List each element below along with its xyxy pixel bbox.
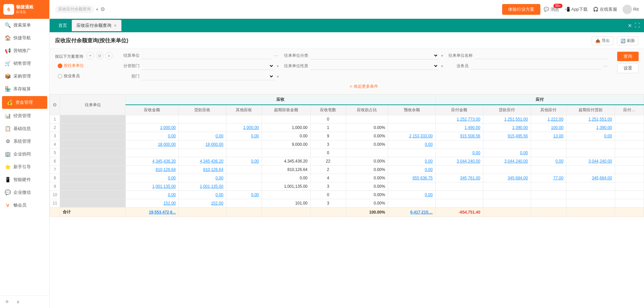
solution-btn[interactable]: 体验行业方案 <box>502 4 540 15</box>
sidebar-item-quick-nav[interactable]: 🏠 快捷导航 <box>0 32 49 44</box>
salesman-dots[interactable]: ··· <box>603 63 608 69</box>
table-cell[interactable]: 1,490.00 <box>435 124 483 132</box>
table-cell[interactable]: 1,222.00 <box>531 115 566 124</box>
table-cell[interactable]: 1,001,135.00 <box>125 182 178 191</box>
settlement-unit-input[interactable] <box>142 52 271 59</box>
message-btn[interactable]: 💬 消息 99+ <box>544 6 559 12</box>
table-cell[interactable]: 0.00 <box>125 132 178 140</box>
table-cell[interactable]: 0.00 <box>483 149 531 157</box>
table-settings-icon[interactable]: ⚙ <box>53 102 57 107</box>
topbar-gear-icon[interactable]: ⚙ <box>100 6 105 12</box>
sidebar-item-smart-hw[interactable]: 📱 智能硬件 <box>0 173 49 186</box>
table-cell[interactable]: 1,390.00 <box>566 124 615 132</box>
table-cell[interactable]: 810,126.64 <box>125 166 178 174</box>
table-cell[interactable]: 0.00 <box>435 149 483 157</box>
table-cell[interactable]: 0.00 <box>226 191 262 199</box>
table-cell[interactable]: 0.00 <box>179 132 226 140</box>
table-cell[interactable]: 345,761.00 <box>435 174 483 182</box>
table-cell[interactable]: 4,345,436.20 <box>179 157 226 166</box>
sidebar-item-operation[interactable]: 📊 经营管理 <box>0 109 49 122</box>
partner-nature-select[interactable] <box>310 62 439 70</box>
user-avatar-btn[interactable]: Rit <box>623 5 639 14</box>
division-select[interactable] <box>142 62 274 70</box>
table-cell[interactable]: 0.00 <box>531 157 566 166</box>
table-cell[interactable]: 345,684.00 <box>483 174 531 182</box>
table-cell[interactable]: 77.00 <box>531 174 566 182</box>
table-cell[interactable]: 1,251,551.00 <box>483 115 531 124</box>
table-cell[interactable]: 1,001,135.00 <box>179 182 226 191</box>
topbar-actions: 💬 消息 99+ 📲 App下载 🎧 在线客服 Rit <box>544 5 639 14</box>
app-download-btn[interactable]: 📲 App下载 <box>565 6 588 12</box>
table-cell[interactable]: 0.00 <box>179 191 226 199</box>
table-cell[interactable]: 0.00 <box>226 157 262 166</box>
sidebar-item-wechat[interactable]: 💬 企业微信 <box>0 186 49 199</box>
refresh-btn[interactable]: 🔄 刷新 <box>617 36 639 45</box>
partner-name-input[interactable] <box>475 52 608 59</box>
table-cell[interactable]: 2,153,333.00 <box>388 132 436 140</box>
settings-btn[interactable]: 设置 <box>617 63 639 73</box>
sidebar-settings-btn[interactable]: ⚙ <box>3 298 11 305</box>
edit-scheme-btn[interactable]: ⊙ <box>96 52 103 59</box>
online-service-btn[interactable]: 🎧 在线客服 <box>593 6 617 12</box>
table-cell[interactable]: 3,044,240.00 <box>566 157 615 166</box>
table-cell[interactable]: 0.00 <box>179 174 226 182</box>
sidebar-item-member[interactable]: V 畅会员 <box>0 199 49 212</box>
table-cell[interactable]: 810,126.64 <box>179 166 226 174</box>
table-cell[interactable]: 1,252,773.00 <box>435 115 483 124</box>
settlement-unit-dots[interactable]: ··· <box>274 53 278 59</box>
sidebar-item-enterprise[interactable]: 🏢 企业协同 <box>0 148 49 161</box>
tab-home[interactable]: 首页 <box>54 20 72 31</box>
sidebar-item-system[interactable]: ⚙ 系统管理 <box>0 135 49 148</box>
partner-category-select[interactable] <box>310 52 439 59</box>
table-cell[interactable]: 0.00 <box>125 174 178 182</box>
sidebar-item-basic-info[interactable]: 📋 基础信息 <box>0 122 49 135</box>
table-cell[interactable]: 915,495.56 <box>483 132 531 140</box>
sidebar-item-marketing[interactable]: 📢 营销推广 <box>0 44 49 57</box>
table-cell[interactable]: 915,508.56 <box>435 132 483 140</box>
table-cell[interactable]: 4,345,436.20 <box>125 157 178 166</box>
department-select[interactable] <box>142 73 274 80</box>
scheme-by-salesman[interactable]: 按业务员 <box>55 72 115 80</box>
table-cell[interactable]: 0.00 <box>226 132 262 140</box>
table-cell[interactable]: 1,000.00 <box>125 124 178 132</box>
add-scheme-btn[interactable]: + <box>87 52 94 59</box>
table-cell[interactable]: 1,000.00 <box>226 124 262 132</box>
table-cell[interactable]: 13.00 <box>531 132 566 140</box>
sidebar-item-purchase[interactable]: 📦 采购管理 <box>0 70 49 83</box>
table-cell[interactable]: 0.00 <box>388 191 436 199</box>
table-cell[interactable]: 152.00 <box>125 199 178 208</box>
query-btn[interactable]: 查询 <box>617 52 639 61</box>
sidebar-collapse-btn[interactable]: ⏸ <box>13 299 22 305</box>
sidebar-item-inventory[interactable]: 🏪 库存核算 <box>0 83 49 95</box>
table-cell[interactable]: 3,044,240.00 <box>483 157 531 166</box>
table-cell[interactable]: 1,390.00 <box>483 124 531 132</box>
table-cell[interactable]: 18,000.00 <box>179 140 226 149</box>
tab-receivable[interactable]: 应收应付余额查询 ✕ <box>72 20 121 31</box>
table-cell[interactable]: 0.00 <box>388 166 436 174</box>
table-cell[interactable]: 655,636.75 <box>388 174 436 182</box>
table-cell[interactable]: 0.00 <box>388 157 436 166</box>
table-cell[interactable]: 345,684.00 <box>566 174 615 182</box>
export-btn[interactable]: 📤 导出 <box>592 36 613 45</box>
table-cell[interactable]: 0.00 <box>388 140 436 149</box>
collapse-scheme-btn[interactable]: « <box>105 52 113 59</box>
breadcrumb-arrow[interactable]: ▾ <box>96 7 98 12</box>
table-settings-header[interactable]: ⚙ <box>50 95 60 115</box>
collapse-bar[interactable]: ∧ 收起更多条件 <box>119 82 608 91</box>
salesman-input[interactable] <box>471 62 600 70</box>
tab-close-btn[interactable]: ✕ <box>114 24 117 28</box>
sidebar-item-sales[interactable]: 🛒 销售管理 <box>0 57 49 70</box>
table-cell[interactable]: 18,000.00 <box>125 140 178 149</box>
sidebar-item-beginner[interactable]: ⭐ 新手引导 <box>0 161 49 173</box>
table-cell[interactable]: 3,044,240.00 <box>435 157 483 166</box>
tab-close-window-btn[interactable]: ✕ <box>628 23 632 29</box>
table-cell[interactable]: 0.00 <box>566 132 615 140</box>
table-cell[interactable]: 100.00 <box>531 124 566 132</box>
scheme-by-partner[interactable]: 按往来单位 <box>55 61 115 70</box>
table-cell[interactable]: 0.00 <box>125 191 178 199</box>
sidebar-item-capital[interactable]: 💰 资金管理 <box>2 96 47 109</box>
table-cell[interactable]: 152.00 <box>179 199 226 208</box>
table-cell[interactable]: 1,251,551.00 <box>566 115 615 124</box>
tab-fullscreen-btn[interactable]: ⛶ <box>635 23 640 29</box>
sidebar-item-search-menu[interactable]: 🔍 搜索菜单 <box>0 19 49 32</box>
